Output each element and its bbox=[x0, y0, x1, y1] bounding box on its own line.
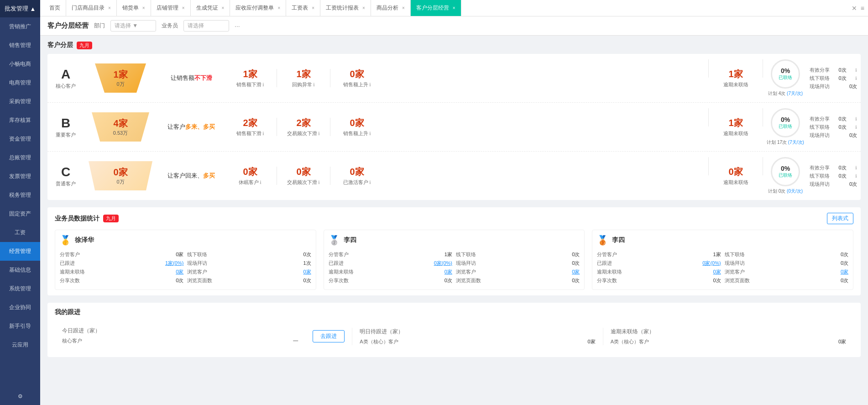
main-area: 首页 门店商品目录 × 销货单 × 店铺管理 × 生成凭证 × 应收应付调整单 … bbox=[40, 0, 868, 405]
sidebar-item-xinshou[interactable]: 新手引导 bbox=[0, 317, 40, 336]
sidebar-item-zijin[interactable]: 资金管理 bbox=[0, 130, 40, 148]
info-icon-a2[interactable]: ℹ bbox=[369, 82, 371, 87]
sidebar-item-xiaoshou[interactable]: 销售管理 bbox=[0, 36, 40, 55]
sidebar-top-label[interactable]: 批发管理 ▲ bbox=[0, 0, 40, 17]
tier-c-stat-1: 0家 交易频次下滑 ℹ bbox=[281, 166, 326, 186]
info-icon-c0[interactable]: ℹ bbox=[260, 180, 261, 185]
tab-customer-tier[interactable]: 客户分层经营 × bbox=[411, 0, 461, 16]
tab-close-sales-order[interactable]: × bbox=[142, 5, 145, 11]
tab-store-mgmt[interactable]: 店铺管理 × bbox=[151, 0, 191, 16]
tier-c-stat-2: 0家 已激活客户 ℹ bbox=[334, 166, 380, 186]
sidebar-item-qiye[interactable]: 企业协同 bbox=[0, 298, 40, 317]
tab-close-product-analysis[interactable]: × bbox=[402, 5, 405, 11]
sidebar-item-kucun[interactable]: 库存核算 bbox=[0, 111, 40, 130]
tab-bar-actions: ✕ ≡ bbox=[852, 5, 864, 12]
tab-close-voucher[interactable]: × bbox=[222, 5, 225, 11]
more-filters-icon[interactable]: ··· bbox=[235, 22, 240, 30]
staff-0-stat-l2: 逾期未联络 0家 bbox=[60, 268, 183, 276]
tab-close-store-products[interactable]: × bbox=[108, 5, 111, 11]
sidebar-item-xiaochang[interactable]: 小畅电商 bbox=[0, 55, 40, 74]
tab-close-adjustment[interactable]: × bbox=[277, 5, 280, 11]
tab-store-products[interactable]: 门店商品目录 × bbox=[66, 0, 117, 16]
divider bbox=[277, 118, 277, 136]
staff-0-stat-r1: 现场拜访 1次 bbox=[187, 259, 311, 268]
info-icon-b0[interactable]: ℹ bbox=[262, 131, 264, 136]
sidebar-item-xitong[interactable]: 系统管理 bbox=[0, 279, 40, 298]
tab-adjustment[interactable]: 应收应付调整单 × bbox=[230, 0, 286, 16]
staff-0-right: 线下联络 0次 现场拜访 1次 浏览客户 0家 bbox=[187, 250, 311, 285]
info-icon-c2[interactable]: ℹ bbox=[369, 180, 371, 185]
sidebar-item-gudingzichan[interactable]: 固定资产 bbox=[0, 205, 40, 223]
right-info-icon-b0[interactable]: ℹ bbox=[855, 116, 857, 121]
tier-c-plan-link[interactable]: (0天/次) bbox=[787, 189, 803, 194]
sidebar-item-zhangzhang[interactable]: 总账管理 bbox=[0, 148, 40, 167]
dept-select[interactable]: 请选择 ▼ bbox=[110, 20, 156, 32]
tier-b-plan-link[interactable]: (7天/次) bbox=[788, 140, 804, 145]
info-icon-b1[interactable]: ℹ bbox=[318, 131, 320, 136]
info-icon-a0[interactable]: ℹ bbox=[262, 82, 264, 87]
staff-0-medal: 🥇 bbox=[60, 235, 71, 246]
right-info-icon-c0[interactable]: ℹ bbox=[855, 165, 857, 170]
settings-icon[interactable]: ⚙ bbox=[0, 388, 40, 405]
divider bbox=[708, 108, 709, 126]
sidebar-item-yingxiao[interactable]: 营销推广 bbox=[0, 17, 40, 36]
follow-section-header: 我的跟进 bbox=[55, 308, 853, 316]
tab-product-analysis[interactable]: 商品分析 × bbox=[371, 0, 411, 16]
sidebar-item-fapiao[interactable]: 发票管理 bbox=[0, 167, 40, 186]
tier-row-c: C 普通客户 0家 0万 让客户回来、多买 0家 bbox=[47, 152, 861, 200]
tier-a-letter: A bbox=[61, 67, 70, 82]
sidebar-item-dianshang[interactable]: 电商管理 bbox=[0, 74, 40, 92]
tab-sales-order[interactable]: 销货单 × bbox=[117, 0, 151, 16]
right-info-icon-b1[interactable]: ℹ bbox=[855, 125, 857, 130]
staff-select[interactable]: 请选择 bbox=[183, 20, 229, 32]
business-section-header: 业务员数据统计 九月 列表式 bbox=[55, 213, 853, 224]
right-info-icon2[interactable]: ℹ bbox=[855, 76, 857, 81]
page-title: 客户分层经营 bbox=[47, 21, 89, 30]
info-icon-b2[interactable]: ℹ bbox=[369, 131, 371, 136]
tab-payroll[interactable]: 工资表 × bbox=[286, 0, 320, 16]
sidebar-item-yunyingyong[interactable]: 云应用 bbox=[0, 336, 40, 354]
tab-menu-icon[interactable]: ≡ bbox=[861, 5, 864, 12]
right-stat-row-c2: 现场拜访 0次 bbox=[810, 181, 857, 188]
tier-c-amount: 0万 bbox=[116, 179, 124, 185]
tier-b-slogan: 让客户多来、多买 bbox=[157, 108, 225, 146]
tier-b-stats: 2家 销售额下滑 ℹ 2家 交易频次下滑 ℹ bbox=[225, 108, 706, 146]
divider bbox=[763, 108, 763, 126]
right-info-icon-c1[interactable]: ℹ bbox=[855, 174, 857, 179]
tab-close-payroll[interactable]: × bbox=[312, 5, 314, 11]
tier-a-stat-1: 1家 回购异常 ℹ bbox=[281, 68, 326, 88]
tier-c-contact-count: 0家 bbox=[728, 166, 743, 178]
tab-payroll-report[interactable]: 工资统计报表 × bbox=[320, 0, 371, 16]
tier-c-stat1-count: 0家 bbox=[296, 166, 310, 178]
info-icon-a1[interactable]: ℹ bbox=[313, 82, 315, 87]
tier-b-contact-count: 1家 bbox=[728, 117, 743, 129]
follow-goto-btn-container: 去跟进 bbox=[305, 321, 352, 352]
tier-row-a: A 核心客户 1家 0万 让销售额不下滑 1家 bbox=[47, 54, 861, 103]
tier-a-plan-link[interactable]: (7天/次) bbox=[787, 91, 803, 96]
divider bbox=[330, 118, 330, 136]
tab-voucher[interactable]: 生成凭证 × bbox=[191, 0, 230, 16]
tier-a-stat1-label: 回购异常 ℹ bbox=[292, 81, 315, 88]
tab-close-store-mgmt[interactable]: × bbox=[182, 5, 185, 11]
follow-block-tomorrow: 明日待跟进（家） A类（核心）客户 0家 bbox=[352, 328, 602, 345]
tab-close-payroll-report[interactable]: × bbox=[362, 5, 365, 11]
tier-c-name: 普通客户 bbox=[56, 180, 76, 187]
tab-close-all-icon[interactable]: ✕ bbox=[852, 5, 857, 12]
goto-follow-button[interactable]: 去跟进 bbox=[313, 330, 345, 342]
sidebar-item-shuiwu[interactable]: 税务管理 bbox=[0, 186, 40, 205]
dept-dropdown-icon: ▼ bbox=[132, 22, 138, 29]
divider bbox=[277, 69, 277, 87]
sidebar-item-gongzi[interactable]: 工资 bbox=[0, 223, 40, 242]
list-view-button[interactable]: 列表式 bbox=[827, 213, 853, 224]
sidebar-item-jichu[interactable]: 基础信息 bbox=[0, 261, 40, 279]
info-icon-c1[interactable]: ℹ bbox=[318, 180, 320, 185]
sidebar-item-caigou[interactable]: 采购管理 bbox=[0, 92, 40, 111]
tier-c-count: 0家 bbox=[113, 166, 127, 179]
right-info-icon[interactable]: ℹ bbox=[855, 68, 857, 73]
tab-close-customer-tier[interactable]: × bbox=[453, 5, 455, 11]
sidebar-item-jingying[interactable]: 经营管理 bbox=[0, 242, 40, 261]
tier-c-stat2-count: 0家 bbox=[350, 166, 364, 178]
tab-home[interactable]: 首页 bbox=[44, 0, 66, 16]
tier-a-stat-2: 0家 销售额上升 ℹ bbox=[334, 68, 380, 88]
tier-c-circle-pct: 0% bbox=[781, 165, 790, 172]
